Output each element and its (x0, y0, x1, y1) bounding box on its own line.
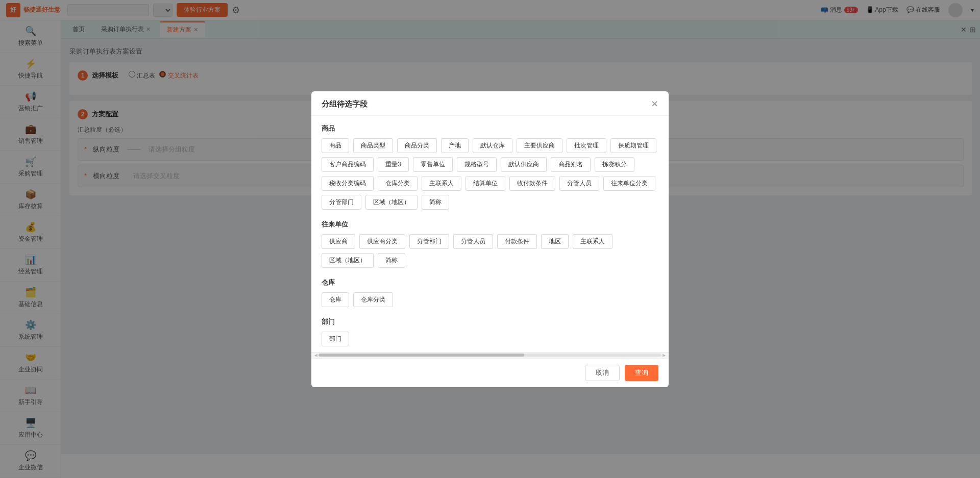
field-tag[interactable]: 保质期管理 (610, 138, 656, 153)
field-tag[interactable]: 供应商 (322, 234, 355, 249)
field-tag[interactable]: 规格型号 (457, 157, 497, 172)
modal-header: 分组待选字段 ✕ (311, 91, 669, 116)
field-tag[interactable]: 批次管理 (567, 138, 606, 153)
field-tags-往来单位: 供应商供应商分类分管部门分管人员付款条件地区主联系人区域（地区）简称 (322, 234, 658, 268)
field-tag[interactable]: 地区 (541, 234, 569, 249)
field-tags-部门: 部门 (322, 332, 658, 346)
section-title-部门: 部门 (322, 317, 658, 326)
confirm-button[interactable]: 查询 (625, 365, 658, 381)
field-tag[interactable]: 仓库 (322, 292, 349, 307)
field-tag[interactable]: 拣货积分 (595, 157, 634, 172)
modal-dialog: 分组待选字段 ✕ 商品商品商品类型商品分类产地默认仓库主要供应商批次管理保质期管… (311, 91, 669, 387)
section-title-仓库: 仓库 (322, 278, 658, 287)
field-tag[interactable]: 重量3 (378, 157, 409, 172)
field-tag[interactable]: 主联系人 (422, 176, 461, 191)
field-tag[interactable]: 默认仓库 (473, 138, 512, 153)
field-tag[interactable]: 简称 (378, 253, 405, 268)
field-tags-商品: 商品商品类型商品分类产地默认仓库主要供应商批次管理保质期管理客户商品编码重量3零… (322, 138, 658, 210)
field-tag[interactable]: 主要供应商 (517, 138, 562, 153)
modal-title: 分组待选字段 (322, 99, 368, 109)
field-tag[interactable]: 商品别名 (551, 157, 591, 172)
section-title-商品: 商品 (322, 124, 658, 133)
field-tag[interactable]: 零售单位 (413, 157, 453, 172)
modal-horizontal-scrollbar[interactable]: ◂ ▸ (311, 352, 669, 358)
field-section-部门: 部门部门 (322, 317, 658, 346)
field-tag[interactable]: 分管人员 (453, 234, 493, 249)
modal-body[interactable]: 商品商品商品类型商品分类产地默认仓库主要供应商批次管理保质期管理客户商品编码重量… (311, 116, 669, 352)
field-section-仓库: 仓库仓库仓库分类 (322, 278, 658, 307)
field-tag[interactable]: 商品 (322, 138, 349, 153)
field-tag[interactable]: 仓库分类 (378, 176, 418, 191)
field-tag[interactable]: 分管部门 (409, 234, 449, 249)
field-tag[interactable]: 部门 (322, 332, 349, 346)
field-tag[interactable]: 供应商分类 (359, 234, 405, 249)
scroll-track (318, 354, 662, 357)
scroll-thumb (318, 354, 524, 357)
field-tag[interactable]: 收付款条件 (509, 176, 555, 191)
field-section-商品: 商品商品商品类型商品分类产地默认仓库主要供应商批次管理保质期管理客户商品编码重量… (322, 124, 658, 210)
field-tag[interactable]: 商品类型 (353, 138, 393, 153)
field-tag[interactable]: 结算单位 (465, 176, 505, 191)
field-tag[interactable]: 客户商品编码 (322, 157, 374, 172)
field-tag[interactable]: 往来单位分类 (603, 176, 655, 191)
field-tag[interactable]: 商品分类 (397, 138, 437, 153)
field-tag[interactable]: 仓库分类 (353, 292, 393, 307)
modal-footer: 取消 查询 (311, 358, 669, 387)
modal-overlay: 分组待选字段 ✕ 商品商品商品类型商品分类产地默认仓库主要供应商批次管理保质期管… (0, 0, 980, 478)
modal-close-button[interactable]: ✕ (651, 99, 658, 109)
field-tag[interactable]: 主联系人 (573, 234, 612, 249)
field-tag[interactable]: 付款条件 (497, 234, 537, 249)
field-tag[interactable]: 简称 (422, 195, 449, 210)
field-tag[interactable]: 分管人员 (559, 176, 599, 191)
field-tag[interactable]: 税收分类编码 (322, 176, 374, 191)
cancel-button[interactable]: 取消 (585, 365, 620, 381)
field-tag[interactable]: 产地 (441, 138, 469, 153)
section-title-往来单位: 往来单位 (322, 220, 658, 229)
field-tags-仓库: 仓库仓库分类 (322, 292, 658, 307)
field-tag[interactable]: 区域（地区） (322, 253, 374, 268)
field-tag[interactable]: 区域（地区） (365, 195, 418, 210)
field-tag[interactable]: 分管部门 (322, 195, 361, 210)
field-section-往来单位: 往来单位供应商供应商分类分管部门分管人员付款条件地区主联系人区域（地区）简称 (322, 220, 658, 268)
field-tag[interactable]: 默认供应商 (501, 157, 547, 172)
